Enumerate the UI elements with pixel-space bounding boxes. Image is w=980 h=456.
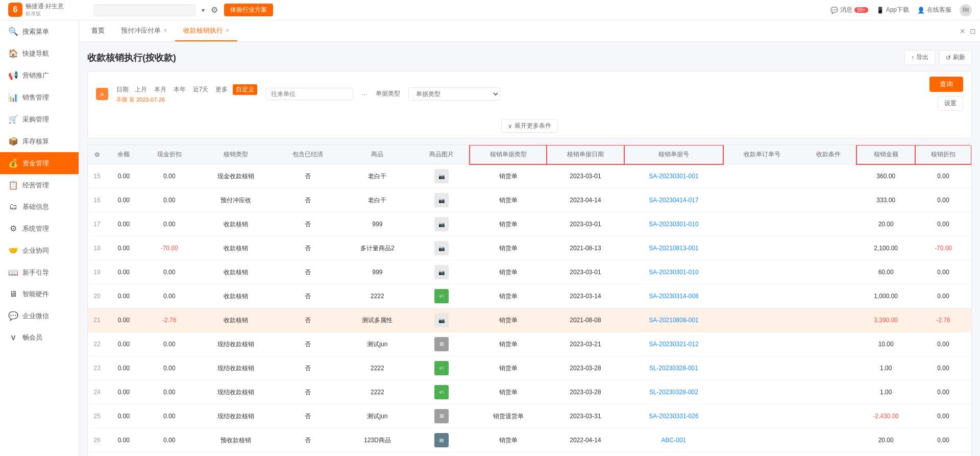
this-year-link[interactable]: 本年 [172,84,188,95]
purchase-icon: 🛒 [8,114,18,124]
tab-prepay[interactable]: 预付冲应付单 × [113,21,175,41]
notification-item[interactable]: 💬 消息 99+ [830,6,868,14]
close-window-btn[interactable]: ✕ [960,27,966,35]
sidebar-item-finance[interactable]: 💰 资金管理 [0,152,79,174]
sidebar-item-guide[interactable]: 📖 新手引导 [0,261,79,283]
export-btn[interactable]: ↑ 导出 [904,50,935,65]
filter-settings-btn[interactable]: 设置 [938,96,963,111]
cell-product-img: 📷 [413,260,470,284]
cell-include-closed: 否 [275,164,341,188]
cell-cancel-discount: 0.00 [915,356,971,380]
member-icon: V [8,334,18,342]
sidebar-item-purchase[interactable]: 🛒 采购管理 [0,108,79,130]
from-unit-input[interactable] [265,88,353,100]
cell-balance: 0.00 [106,212,141,236]
cell-bill-no[interactable]: SA-20210813-001 [624,236,724,260]
cell-bill-type: 销货单 [470,260,547,284]
this-month-link[interactable]: 本月 [152,84,168,95]
cell-cancel-type: 预收款核销 [198,428,275,452]
cell-cancel-type: 现金收款核销 [198,164,275,188]
sidebar-item-inventory[interactable]: 📦 库存核算 [0,130,79,152]
cell-bill-no[interactable]: SA-20210808-001 [624,308,724,332]
dropdown-arrow[interactable]: ▾ [202,7,205,14]
cell-cancel-amount: 333.00 [856,188,915,212]
logo: 6 畅捷通·好生意 标准版 [8,3,87,17]
th-bill-no: 核销单据号 [624,145,724,164]
cell-product: 衣服00001 [341,452,413,457]
sidebar-item-hardware[interactable]: 🖥 智能硬件 [0,283,79,305]
sidebar-item-basic-info[interactable]: 🗂 基础信息 [0,196,79,218]
cell-cancel-amount: 20.00 [856,212,915,236]
settings-icon[interactable]: ⚙ [211,5,218,15]
last-month-link[interactable]: 上月 [133,84,149,95]
notification-badge: 99+ [854,7,868,13]
cell-product-img: 🏷 [413,284,470,308]
industry-btn[interactable]: 体验行业方案 [224,4,273,16]
cell-product: 2222 [341,356,413,380]
cell-bill-no[interactable]: SL-20230328-002 [624,380,724,404]
th-product: 商品 [341,145,413,164]
cell-bill-no[interactable]: SA-20230301-010 [624,260,724,284]
cell-product: 测试jun [341,332,413,356]
sidebar-item-system[interactable]: ⚙ 系统管理 [0,218,79,239]
th-cash-discount: 现金折扣 [141,145,198,164]
th-balance: 余额 [106,145,141,164]
cell-bill-no[interactable]: SA-20230314-008 [624,284,724,308]
sidebar-item-operations[interactable]: 📋 经营管理 [0,174,79,196]
marketing-icon: 📢 [8,70,18,80]
tab-home[interactable]: 首页 [83,21,113,41]
cell-receipt-condition [800,404,856,428]
refresh-btn[interactable]: ↺ 刷新 [939,50,972,65]
cell-cancel-type: 预付冲应收 [198,188,275,212]
cell-bill-no[interactable]: SA-20230331-026 [624,404,724,428]
cell-bill-date: 2023-03-14 [547,284,624,308]
th-product-img: 商品图片 [413,145,470,164]
last-7-days-link[interactable]: 近7天 [191,84,211,95]
cell-bill-no[interactable]: SA-20230301-010 [624,212,724,236]
sidebar-item-marketing[interactable]: 📢 营销推广 [0,64,79,86]
cell-bill-no[interactable]: ABC-001 [624,428,724,452]
filter-expand-btn[interactable]: » [96,88,108,100]
th-settings[interactable]: ⚙ [88,145,106,164]
expand-more-btn[interactable]: ∨ 展开更多条件 [501,119,558,133]
basic-info-icon: 🗂 [8,202,18,211]
cell-bill-no[interactable]: SL-20230328-001 [624,356,724,380]
top-search-input[interactable] [93,4,195,16]
cell-receipt-order-no [723,356,800,380]
cell-cancel-type: 现结收款核销 [198,356,275,380]
cell-bill-no[interactable]: SA-20230301-001 [624,164,724,188]
cell-receipt-order-no [723,236,800,260]
sidebar-item-quick-nav[interactable]: 🏠 快捷导航 [0,42,79,64]
tab-prepay-close[interactable]: × [164,28,167,33]
tab-collection-close[interactable]: × [226,28,229,33]
sidebar-item-enterprise[interactable]: 🤝 企业协同 [0,239,79,261]
maximize-window-btn[interactable]: ⊡ [970,27,976,35]
sidebar-item-label: 基础信息 [22,202,49,211]
table-row: 20 0.00 0.00 收款核销 否 2222 🏷 销货单 2023-03-1… [88,284,971,308]
tab-collection[interactable]: 收款核销执行 × [175,21,237,41]
sidebar-item-search-menu[interactable]: 🔍 搜索菜单 [0,20,79,42]
sidebar-item-sales[interactable]: 📊 销售管理 [0,86,79,108]
inventory-icon: 📦 [8,136,18,146]
cell-row-num: 19 [88,260,106,284]
bill-type-select[interactable]: 单据类型 [408,87,500,101]
user-avatar[interactable]: Rit [960,4,972,16]
operations-icon: 📋 [8,180,18,190]
cell-product: 多计量商品2 [341,236,413,260]
sidebar-item-member[interactable]: V 畅会员 [0,327,79,348]
app-download-label: App下载 [886,6,909,14]
sidebar-item-wechat[interactable]: 💬 企业微信 [0,305,79,327]
app-download-item[interactable]: 📱 App下载 [876,6,909,14]
cell-bill-no[interactable]: SA-20230321-012 [624,332,724,356]
cell-bill-no[interactable]: SA-20230414-017 [624,188,724,212]
expand-more-label: 展开更多条件 [514,122,551,130]
query-btn[interactable]: 查询 [929,77,963,92]
more-link[interactable]: 更多 [213,84,230,95]
cell-receipt-order-no [723,212,800,236]
custom-date-link[interactable]: 自定义 [233,84,257,95]
table-row: 21 0.00 -2.76 收款核销 否 测试多属性 📷 销货单 2021-08… [88,308,971,332]
online-service-item[interactable]: 👤 在线客服 [917,6,951,14]
cell-bill-no[interactable]: SL-20230408-001 [624,452,724,457]
cell-cash-discount: -2.76 [141,308,198,332]
cell-include-closed: 否 [275,188,341,212]
